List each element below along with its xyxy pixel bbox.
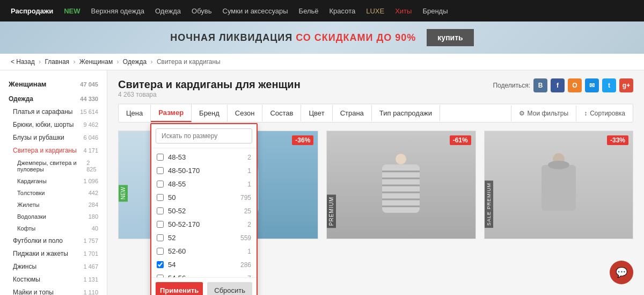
sidebar-item-dresses[interactable]: Платья и сарафаны 15 614	[0, 105, 107, 118]
product-new-label-1: NEW	[119, 185, 128, 202]
size-checkbox-48-55[interactable]	[157, 181, 164, 188]
size-label-52-60: 52-60	[168, 247, 247, 255]
nav-item-luxe[interactable]: LUXE	[366, 7, 384, 15]
breadcrumb-women[interactable]: Женщинам	[79, 58, 113, 66]
nav-item-new[interactable]: NEW	[64, 7, 80, 15]
social-vk-button[interactable]: В	[533, 78, 547, 92]
sort-button[interactable]: ↕ Сортировка	[576, 105, 633, 121]
sidebar-item-trousers[interactable]: Брюки, юбки, шорты 9 462	[0, 118, 107, 131]
size-item-52[interactable]: 52 559	[151, 231, 257, 244]
size-checkbox-50-52-170[interactable]	[157, 221, 164, 228]
size-item-48-55[interactable]: 48-55 1	[151, 177, 257, 191]
product-card-4[interactable]: -33% SALE PREMIUM	[484, 131, 633, 239]
size-checkbox-50-52[interactable]	[157, 207, 164, 214]
size-item-50-52-170[interactable]: 50-52-170 2	[151, 218, 257, 231]
size-item-54[interactable]: 54 286	[151, 258, 257, 271]
banner-text: НОЧНАЯ ЛИКВИДАЦИЯ СО СКИДКАМИ ДО 90%	[170, 32, 416, 44]
size-item-48-53[interactable]: 48-53 2	[151, 150, 257, 164]
size-count-52: 559	[240, 234, 251, 242]
page-title-block: Свитера и кардиганы для женщин 4 263 тов…	[118, 78, 301, 98]
size-checkbox-52-60[interactable]	[157, 248, 164, 255]
social-gp-button[interactable]: g+	[619, 78, 633, 92]
apply-button[interactable]: Применить	[156, 282, 203, 295]
sidebar-item-sweaters[interactable]: Свитера и кардиганы 4 171	[0, 144, 107, 157]
my-filters-button[interactable]: ⚙ Мои фильтры	[511, 105, 576, 121]
sidebar-item-tops[interactable]: Майки и топы 1 110	[0, 286, 107, 295]
size-checkbox-50[interactable]	[157, 194, 164, 201]
sidebar-item-cardigans[interactable]: Кардиганы 1 096	[0, 175, 107, 187]
breadcrumb: < Назад › Главная › Женщинам › Одежда › …	[0, 54, 644, 70]
reset-button[interactable]: Сбросить	[207, 282, 252, 295]
chat-icon: 💬	[616, 267, 627, 278]
product-badge-2: -36%	[292, 135, 313, 145]
nav-item-lingerie[interactable]: Бельё	[299, 7, 319, 15]
banner-button[interactable]: купить	[427, 29, 473, 46]
size-label-54: 54	[168, 261, 240, 269]
breadcrumb-clothing[interactable]: Одежда	[123, 58, 147, 66]
size-checkbox-54-56[interactable]	[157, 275, 164, 277]
nav-item-sales[interactable]: Распродажи	[11, 7, 53, 15]
filter-tab-season[interactable]: Сезон	[228, 105, 263, 121]
size-item-50[interactable]: 50 795	[151, 191, 257, 204]
chat-button[interactable]: 💬	[610, 261, 633, 284]
product-side-label-4: SALE PREMIUM	[485, 181, 493, 228]
nav-item-beauty[interactable]: Красота	[330, 7, 356, 15]
social-label: Поделиться:	[493, 82, 530, 89]
nav-item-brands[interactable]: Бренды	[422, 7, 448, 15]
product-card-3[interactable]: -61% PREMIUM	[326, 131, 475, 239]
size-item-54-56[interactable]: 54-56 7	[151, 271, 257, 277]
size-label-50: 50	[168, 193, 240, 202]
nav-item-outerwear[interactable]: Верхняя одежда	[91, 7, 144, 15]
size-checkbox-52[interactable]	[157, 234, 164, 241]
sidebar-item-turtlenecks[interactable]: Водолазки 180	[0, 211, 107, 222]
sidebar-item-jeans[interactable]: Джинсы 1 467	[0, 260, 107, 273]
filter-tab-color[interactable]: Цвет	[301, 105, 332, 121]
size-item-50-52[interactable]: 50-52 25	[151, 204, 257, 218]
top-navigation: Распродажи NEW Верхняя одежда Одежда Обу…	[0, 0, 644, 21]
social-share: Поделиться: В f О ✉ t g+	[493, 78, 633, 92]
filter-tab-country[interactable]: Страна	[333, 105, 372, 121]
sidebar-item-jumpers[interactable]: Джемперы, свитера и пуловеры 2 825	[0, 157, 107, 175]
nav-item-clothing[interactable]: Одежда	[155, 7, 181, 15]
filter-tab-size[interactable]: Размер	[151, 104, 192, 122]
size-dropdown: 48-53 2 48-50-170 1 48-55 1	[150, 123, 258, 295]
size-checkbox-54[interactable]	[157, 261, 164, 268]
filter-tab-price[interactable]: Цена	[119, 105, 151, 121]
sidebar-item-clothing[interactable]: Одежда 44 330	[0, 92, 107, 105]
social-tw-button[interactable]: t	[602, 78, 616, 92]
size-item-48-50-170[interactable]: 48-50-170 1	[151, 164, 257, 177]
svg-point-18	[548, 161, 569, 169]
sidebar-item-vests[interactable]: Жилеты 284	[0, 199, 107, 211]
filter-tab-composition[interactable]: Состав	[262, 105, 301, 121]
size-count-50-52-170: 2	[247, 221, 251, 228]
nav-item-hits[interactable]: Хиты	[395, 7, 412, 15]
size-count-48-53: 2	[247, 154, 251, 161]
sidebar: Женщинам 47 045 Одежда 44 330 Платья и с…	[0, 70, 107, 295]
product-svg-3	[379, 147, 422, 222]
nav-item-shoes[interactable]: Обувь	[192, 7, 211, 15]
sidebar-item-kofty[interactable]: Кофты 40	[0, 222, 107, 234]
size-label-50-52: 50-52	[168, 207, 244, 215]
filter-tab-saletype[interactable]: Тип распродажи	[372, 105, 440, 121]
filter-right: ⚙ Мои фильтры ↕ Сортировка	[511, 105, 633, 121]
filter-bar: Цена Размер Бренд Сезон Состав Цвет Стра…	[118, 104, 633, 123]
social-fb-button[interactable]: f	[551, 78, 565, 92]
social-ok-button[interactable]: О	[568, 78, 582, 92]
social-mail-button[interactable]: ✉	[585, 78, 599, 92]
sidebar-item-hoodies[interactable]: Толстовки 442	[0, 187, 107, 199]
size-checkbox-48-50-170[interactable]	[157, 167, 164, 174]
size-count-50-52: 25	[244, 207, 251, 215]
size-item-52-60[interactable]: 52-60 1	[151, 244, 257, 258]
nav-item-bags[interactable]: Сумки и аксессуары	[223, 7, 288, 15]
sidebar-item-blouses[interactable]: Блузы и рубашки 6 046	[0, 131, 107, 144]
sidebar-item-suits[interactable]: Костюмы 1 131	[0, 273, 107, 286]
filter-tab-brand[interactable]: Бренд	[192, 105, 228, 121]
sidebar-item-tshirts[interactable]: Футболки и поло 1 757	[0, 234, 107, 247]
breadcrumb-back[interactable]: < Назад	[11, 58, 35, 66]
filter-icon: ⚙	[519, 110, 525, 117]
size-search-input[interactable]	[156, 128, 252, 143]
sidebar-item-jackets[interactable]: Пиджаки и жакеты 1 701	[0, 247, 107, 260]
size-checkbox-48-53[interactable]	[157, 154, 164, 161]
breadcrumb-home[interactable]: Главная	[45, 58, 69, 66]
product-badge-4: -33%	[607, 135, 628, 145]
